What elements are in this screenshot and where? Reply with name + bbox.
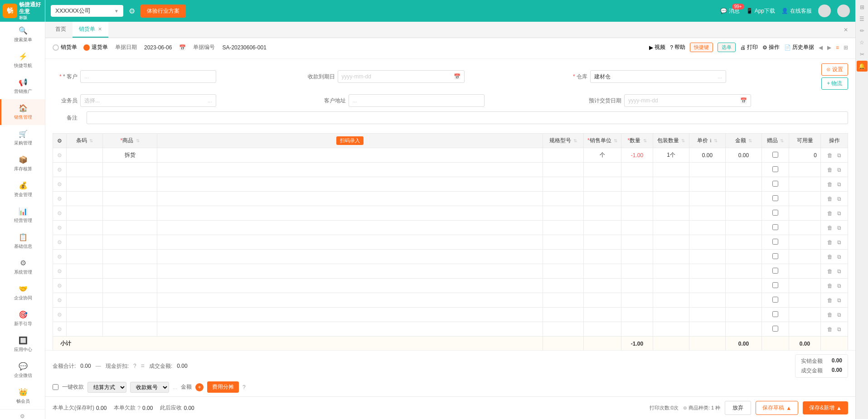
row-settings[interactable]: ⚙: [53, 279, 67, 293]
th-unit[interactable]: *销售单位 ⇅: [583, 134, 621, 148]
row-unit[interactable]: [583, 279, 621, 293]
th-product[interactable]: *商品 ⇅: [103, 134, 157, 148]
copy-icon[interactable]: ⧉: [837, 181, 841, 188]
row-product[interactable]: [103, 264, 157, 279]
row-qty[interactable]: [621, 293, 653, 308]
copy-icon[interactable]: ⧉: [837, 225, 841, 231]
row-settings[interactable]: ⚙: [53, 250, 67, 264]
row-unit[interactable]: [583, 192, 621, 206]
view-list-icon[interactable]: ≡: [836, 44, 839, 51]
row-barcode[interactable]: [67, 235, 103, 250]
row-amount[interactable]: [726, 177, 762, 192]
gift-checkbox[interactable]: [772, 268, 778, 274]
messages-btn[interactable]: 💬 消息 99+: [720, 7, 740, 15]
row-amount[interactable]: [726, 308, 762, 322]
row-qty[interactable]: [621, 250, 653, 264]
delete-icon[interactable]: 🗑: [827, 210, 833, 217]
row-product[interactable]: [103, 206, 157, 221]
row-settings[interactable]: ⚙: [53, 221, 67, 235]
th-amount[interactable]: 金额 ⇅: [726, 134, 762, 148]
print-action[interactable]: 🖨 打印: [740, 43, 758, 51]
copy-icon[interactable]: ⧉: [837, 196, 841, 202]
discard-button[interactable]: 放弃: [725, 401, 751, 415]
tab-salesorder[interactable]: 销货单 ✕: [73, 22, 108, 38]
row-barcode[interactable]: [67, 308, 103, 322]
row-qty[interactable]: [621, 322, 653, 337]
delete-icon[interactable]: 🗑: [827, 326, 833, 332]
copy-icon[interactable]: ⧉: [837, 268, 841, 275]
row-spec[interactable]: [543, 250, 583, 264]
customer-input[interactable]: ...: [80, 70, 216, 83]
row-gift[interactable]: [762, 221, 789, 235]
row-settings[interactable]: ⚙: [53, 308, 67, 322]
row-gift[interactable]: [762, 279, 789, 293]
row-packqty[interactable]: [653, 308, 689, 322]
delete-icon[interactable]: 🗑: [827, 297, 833, 303]
row-product[interactable]: [103, 221, 157, 235]
delete-icon[interactable]: 🗑: [827, 225, 833, 231]
row-unit[interactable]: [583, 163, 621, 177]
user-avatar2[interactable]: [837, 5, 850, 17]
row-price[interactable]: [689, 235, 726, 250]
row-spec[interactable]: [543, 264, 583, 279]
row-gift[interactable]: [762, 148, 789, 163]
row-settings[interactable]: ⚙: [53, 293, 67, 308]
row-amount[interactable]: [726, 279, 762, 293]
row-settings[interactable]: ⚙: [53, 322, 67, 337]
right-tool-list[interactable]: ☰: [857, 14, 868, 24]
row-amount[interactable]: [726, 206, 762, 221]
row-spec[interactable]: [543, 163, 583, 177]
user-avatar[interactable]: [818, 5, 831, 17]
row-barcode[interactable]: [67, 148, 103, 163]
th-barcode[interactable]: 条码 ⇅: [67, 134, 103, 148]
row-price[interactable]: [689, 206, 726, 221]
sidebar-item-guide[interactable]: 🎯 新手引导: [0, 306, 45, 332]
sidebar-item-sales[interactable]: 🏠 销售管理: [0, 99, 45, 125]
row-qty[interactable]: [621, 235, 653, 250]
row-settings[interactable]: ⚙: [53, 206, 67, 221]
copy-icon[interactable]: ⧉: [837, 167, 841, 173]
row-amount[interactable]: [726, 293, 762, 308]
row-qty[interactable]: [621, 163, 653, 177]
payment-method-select[interactable]: 结算方式: [87, 382, 126, 393]
row-barcode[interactable]: [67, 163, 103, 177]
row-packqty[interactable]: [653, 293, 689, 308]
row-amount[interactable]: 0.00: [726, 148, 762, 163]
delete-icon[interactable]: 🗑: [827, 254, 833, 260]
row-settings[interactable]: ⚙: [53, 163, 67, 177]
row-gift[interactable]: [762, 235, 789, 250]
row-product[interactable]: [103, 235, 157, 250]
view-grid-icon[interactable]: ⊞: [844, 44, 848, 51]
row-qty[interactable]: [621, 206, 653, 221]
copy-icon[interactable]: ⧉: [837, 297, 841, 303]
delete-icon[interactable]: 🗑: [827, 167, 833, 173]
row-gift[interactable]: [762, 250, 789, 264]
row-price[interactable]: [689, 221, 726, 235]
row-amount[interactable]: [726, 221, 762, 235]
right-tool-edit[interactable]: ✏: [857, 25, 868, 36]
row-unit[interactable]: [583, 293, 621, 308]
memo-input[interactable]: [87, 111, 848, 124]
row-amount[interactable]: [726, 192, 762, 206]
copy-icon[interactable]: ⧉: [837, 283, 841, 289]
sidebar-item-business[interactable]: 📊 经营管理: [0, 202, 45, 228]
th-price[interactable]: 单价 ℹ ⇅: [689, 134, 726, 148]
receive-date-input[interactable]: yyyy-mm-dd 📅: [338, 70, 465, 83]
row-barcode[interactable]: [67, 264, 103, 279]
account-select[interactable]: 收款账号: [130, 382, 169, 393]
gift-checkbox[interactable]: [772, 166, 778, 172]
delete-icon[interactable]: 🗑: [827, 152, 833, 159]
row-qty[interactable]: [621, 279, 653, 293]
row-price[interactable]: [689, 264, 726, 279]
fee-info-icon[interactable]: ?: [242, 384, 246, 390]
row-product[interactable]: [103, 177, 157, 192]
delete-icon[interactable]: 🗑: [827, 181, 833, 188]
sidebar-item-inventory[interactable]: 📦 库存核算: [0, 151, 45, 177]
th-qty[interactable]: *数量 ⇅: [621, 134, 653, 148]
row-price[interactable]: [689, 163, 726, 177]
right-tool-grid[interactable]: ⊞: [857, 2, 868, 13]
row-packqty[interactable]: [653, 322, 689, 337]
row-product[interactable]: [103, 322, 157, 337]
delete-icon[interactable]: 🗑: [827, 196, 833, 202]
customer-addr-input[interactable]: ...: [349, 94, 485, 107]
